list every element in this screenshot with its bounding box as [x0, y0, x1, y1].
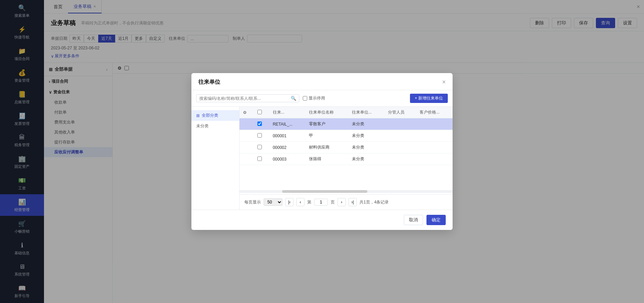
add-partner-button[interactable]: + 新增往来单位 — [410, 94, 448, 103]
per-page-select[interactable]: 50 100 200 — [264, 198, 282, 206]
row-4-name: 张筛得 — [306, 153, 348, 165]
col-category[interactable]: 往来单位... — [348, 107, 385, 118]
row-4-category: 未分类 — [348, 153, 385, 165]
dialog-close-button[interactable]: × — [442, 79, 446, 86]
partner-dialog: 往来单位 × 🔍 显示停用 + 新增往来单位 — [191, 73, 453, 230]
dialog-overlay: 往来单位 × 🔍 显示停用 + 新增往来单位 — [0, 0, 644, 303]
col-code[interactable]: 往来... — [269, 107, 306, 118]
row-4-code: 000003 — [269, 153, 306, 165]
category-all[interactable]: ⊞ 全部分类 — [191, 110, 239, 121]
dialog-split-content: ⊞ 全部分类 未分类 ⚙ — [191, 107, 453, 210]
table-row[interactable]: 000001 甲 未分类 — [240, 130, 453, 142]
row-1-checkbox[interactable] — [257, 121, 262, 126]
first-page-button[interactable]: |‹ — [285, 198, 293, 206]
category-uncategorized[interactable]: 未分类 — [191, 121, 239, 131]
row-2-category: 未分类 — [348, 130, 385, 142]
row-3-name: 材料供应商 — [306, 142, 348, 153]
col-settings[interactable]: ⚙ — [240, 107, 254, 118]
row-1-price — [416, 118, 453, 130]
col-price[interactable]: 客户价格... — [416, 107, 453, 118]
dialog-footer: 取消 确定 — [191, 210, 453, 230]
dialog-search-box: 🔍 — [196, 94, 299, 102]
dialog-title: 往来单位 — [198, 79, 220, 86]
row-3-code: 000002 — [269, 142, 306, 153]
page-number-input[interactable] — [314, 199, 328, 206]
partner-table: ⚙ 往来... 往来单位名称 往来单位... 分管人员 客户价格... — [240, 107, 453, 165]
col-name[interactable]: 往来单位名称 — [306, 107, 348, 118]
row-2-price — [416, 130, 453, 142]
per-page-label: 每页显示 — [244, 199, 261, 205]
row-2-checkbox[interactable] — [257, 133, 262, 138]
show-disabled-checkbox[interactable] — [303, 96, 307, 101]
table-row[interactable]: 000003 张筛得 未分类 — [240, 153, 453, 165]
row-1-code: RETAIL_... — [269, 118, 306, 130]
row-3-checkbox[interactable] — [257, 145, 262, 149]
col-manager[interactable]: 分管人员 — [385, 107, 416, 118]
page-suffix-label: 页 — [331, 199, 335, 205]
dialog-category-panel: ⊞ 全部分类 未分类 — [191, 107, 240, 210]
table-row[interactable]: RETAIL_... 零散客户 未分类 — [240, 118, 453, 130]
row-3-price — [416, 142, 453, 153]
row-2-name: 甲 — [306, 130, 348, 142]
dialog-header: 往来单位 × — [191, 73, 453, 90]
confirm-button[interactable]: 确定 — [426, 215, 446, 225]
dialog-table-scroll: ⚙ 往来... 往来单位名称 往来单位... 分管人员 客户价格... — [240, 107, 453, 189]
pagination: 每页显示 50 100 200 |‹ ‹ 第 页 › ›| 共1页，4 — [240, 194, 453, 210]
col-select[interactable] — [254, 107, 269, 118]
page-prefix-label: 第 — [307, 199, 311, 205]
total-records-label: 共1页，4条记录 — [359, 199, 389, 205]
horizontal-scrollbar[interactable] — [240, 190, 453, 193]
show-disabled-toggle[interactable]: 显示停用 — [303, 95, 325, 101]
row-2-manager — [385, 130, 416, 142]
row-4-price — [416, 153, 453, 165]
last-page-button[interactable]: ›| — [348, 198, 357, 206]
dialog-toolbar: 🔍 显示停用 + 新增往来单位 — [191, 90, 453, 107]
table-row[interactable]: 000002 材料供应商 未分类 — [240, 142, 453, 153]
cancel-button[interactable]: 取消 — [404, 215, 423, 225]
row-3-manager — [385, 142, 416, 153]
row-2-code: 000001 — [269, 130, 306, 142]
scrollbar-thumb[interactable] — [282, 190, 367, 193]
row-1-name: 零散客户 — [306, 118, 348, 130]
next-page-button[interactable]: › — [337, 198, 346, 206]
row-4-manager — [385, 153, 416, 165]
dialog-body: 🔍 显示停用 + 新增往来单位 ⊞ 全部分类 未分类 — [191, 90, 453, 210]
row-1-manager — [385, 118, 416, 130]
dialog-search-input[interactable] — [199, 96, 289, 101]
row-4-checkbox[interactable] — [257, 156, 262, 161]
prev-page-button[interactable]: ‹ — [296, 198, 304, 206]
dialog-search-icon: 🔍 — [291, 96, 296, 101]
grid-icon-small: ⊞ — [196, 113, 200, 118]
row-1-category: 未分类 — [348, 118, 385, 130]
dialog-table-panel: ⚙ 往来... 往来单位名称 往来单位... 分管人员 客户价格... — [240, 107, 453, 210]
row-3-category: 未分类 — [348, 142, 385, 153]
